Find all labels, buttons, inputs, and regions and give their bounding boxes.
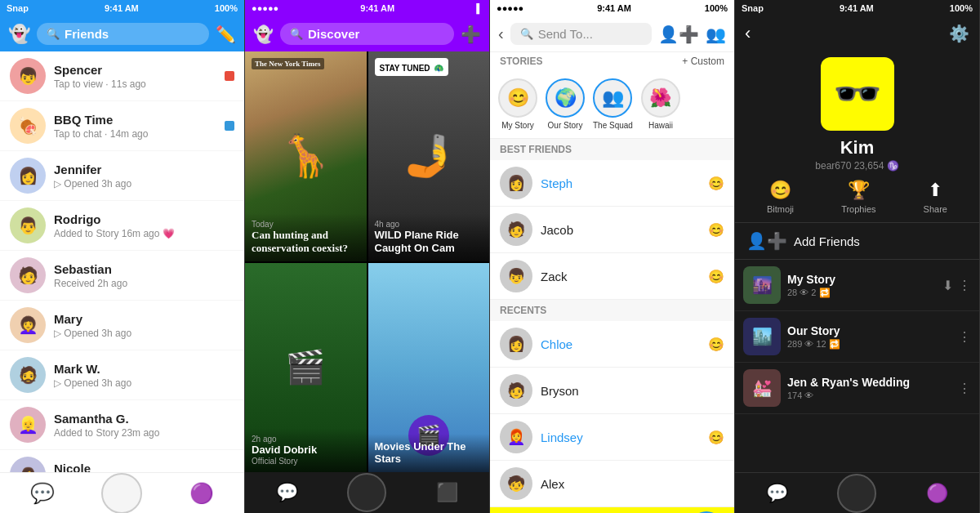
chat-icon[interactable]: 💬 [30,482,55,505]
status-time-4: 9:41 AM [840,3,874,13]
stories-icon[interactable]: 🟣 [189,482,214,505]
discover-search-bar[interactable]: 🔍 Discover [280,23,454,45]
hawaii-name: Hawaii [648,121,673,130]
more-icon-3[interactable]: ⋮ [958,381,971,396]
discover-card-nyt[interactable]: 🦒 Today Can hunting and conservation coe… [245,51,367,261]
friend-info: Jennifer ▷ Opened 3h ago [54,163,234,190]
story-the-squad[interactable]: 👥 The Squad [593,78,633,130]
more-icon[interactable]: ⋮ [958,278,971,293]
stories-row: 😊 My Story 🌍 Our Story 👥 The Squad 🌺 Haw… [490,70,734,139]
trophies-action[interactable]: 🏆 Trophies [841,180,875,214]
chloe-emoji: 😊 [708,337,724,352]
gear-icon[interactable]: ⚙️ [949,24,969,43]
status-bar-1: Snap 9:41 AM 100% [0,0,244,16]
best-friends-section-header: BEST FRIENDS [490,139,734,160]
chat-icon-4[interactable]: 💬 [766,483,788,504]
contact-jacob[interactable]: 🧑 Jacob 😊 [490,207,734,253]
contact-lindsey[interactable]: 👩‍🦰 Lindsey 😊 [490,414,734,461]
nbc-icon: 🦚 [434,64,443,73]
friends-header: 👻 🔍 Friends ✏️ [0,16,244,51]
status-battery-2: ▌ [476,3,483,13]
david-label: Official Story [252,457,360,466]
friend-info: Spencer Tap to view · 11s ago [54,63,216,90]
my-story-row[interactable]: 🌆 My Story 28 👁 2 🔁 ⬇ ⋮ [735,260,979,311]
wedding-meta: 174 👁 [787,390,951,400]
discover-card-map[interactable]: 🎬 Movies Under The Stars [368,263,490,473]
wedding-story-row[interactable]: 💒 Jen & Ryan's Wedding 174 👁 ⋮ [735,363,979,414]
squad-avatar: 👥 [593,78,632,118]
share-icon: ⬆ [928,180,942,201]
friend-item[interactable]: 🧑 Sebastian Received 2h ago [0,251,244,301]
back-icon[interactable]: ‹ [498,25,504,43]
status-network-1: Snap [7,3,29,13]
status-time-3: 9:41 AM [597,3,631,13]
friend-item[interactable]: 🍖 BBQ Time Tap to chat · 14m ago [0,101,244,151]
jacob-avatar: 🧑 [500,213,532,246]
friend-status: Tap to chat · 14m ago [54,128,216,140]
bottom-nav-2: 💬 ⬛ [245,472,489,513]
friends-search-bar[interactable]: 🔍 Friends [37,23,209,45]
send-to-search[interactable]: 🔍 Send To... [510,23,652,45]
contact-chloe[interactable]: 👩 Chloe 😊 [490,321,734,368]
friend-item[interactable]: 👩 Jennifer ▷ Opened 3h ago [0,151,244,201]
story-my-story[interactable]: 😊 My Story [498,78,537,130]
ghost-icon[interactable]: 👻 [253,25,274,44]
add-friends-button[interactable]: 👤➕ Add Friends [735,223,979,260]
contact-steph[interactable]: 👩 Steph 😊 [490,160,734,207]
avatar: 🍖 [10,108,46,144]
chat-icon-2[interactable]: 💬 [276,482,298,503]
more-icon-2[interactable]: ⋮ [958,329,971,345]
staytuned-title: WILD Plane Ride Caught On Cam [375,229,483,254]
add-friend-icon[interactable]: 👤➕ [658,25,699,44]
friend-item[interactable]: 👦 Spencer Tap to view · 11s ago [0,51,244,101]
back-icon-profile[interactable]: ‹ [745,23,751,44]
card-time-2: 4h ago [375,220,483,229]
download-icon[interactable]: ⬇ [942,278,953,293]
friend-info: Mary ▷ Opened 3h ago [54,312,234,339]
lindsey-emoji: 😊 [708,430,724,445]
discover-card-david[interactable]: 🎬 2h ago David Dobrik Official Story [245,263,367,473]
add-group-icon[interactable]: 👥 [706,25,726,44]
story-our-story[interactable]: 🌍 Our Story [546,78,585,130]
camera-shutter[interactable] [101,473,142,514]
discover-card-staytuned[interactable]: 🤳 STAY TUNED 🦚 4h ago WILD Plane Ride Ca… [368,51,490,261]
share-action[interactable]: ⬆ Share [924,180,947,214]
friend-item[interactable]: 🙍‍♀️ Nicole 1h · [0,450,244,472]
stories-icon-4[interactable]: 🟣 [926,483,948,504]
friend-name: Mark W. [54,362,234,376]
profile-name: Kim [735,137,979,158]
friend-item[interactable]: 👨 Rodrigo Added to Story 16m ago 💗 [0,201,244,251]
wedding-info: Jen & Ryan's Wedding 174 👁 [787,376,951,400]
my-story-name: My Story [501,121,533,130]
search-icon: 🔍 [47,28,60,40]
friend-name: Samantha G. [54,412,234,426]
bottom-nav-4: 💬 🟣 [735,472,979,513]
compose-icon[interactable]: ✏️ [216,25,236,44]
avatar-icon[interactable]: 👻 [8,24,30,45]
avatar: 🧔 [10,357,46,393]
avatar: 👩‍🦱 [10,307,46,343]
camera-shutter-4[interactable] [837,474,876,513]
best-friends-list: 👩 Steph 😊 🧑 Jacob 😊 👦 Zack 😊 [490,160,734,300]
recents-section-header: RECENTS [490,300,734,321]
send-bottom-bar: Steph, Chloe, Lindsey, Our Story, The Sq… [490,507,734,513]
story-hawaii[interactable]: 🌺 Hawaii [641,78,680,130]
status-bar-4: Snap 9:41 AM 100% [735,0,979,16]
contact-alex[interactable]: 🧒 Alex [490,461,734,507]
status-battery-4: 100% [950,3,973,13]
stories-icon-2[interactable]: ⬛ [436,482,458,503]
bitmoji-icon: 😊 [769,180,791,201]
contact-bryson[interactable]: 🧑 Bryson [490,368,734,414]
our-story-row[interactable]: 🏙️ Our Story 289 👁 12 🔁 ⋮ [735,311,979,363]
friend-item[interactable]: 🧔 Mark W. ▷ Opened 3h ago [0,350,244,400]
camera-shutter-2[interactable] [347,473,386,512]
friend-item[interactable]: 👩‍🦱 Mary ▷ Opened 3h ago [0,301,244,350]
squad-name: The Squad [593,121,633,130]
bryson-avatar: 🧑 [500,374,532,407]
friend-item[interactable]: 👱‍♀️ Samantha G. Added to Story 23m ago [0,400,244,450]
contact-zack[interactable]: 👦 Zack 😊 [490,253,734,300]
add-discover-icon[interactable]: ➕ [461,25,481,44]
bitmoji-action[interactable]: 😊 Bitmoji [767,180,794,214]
friend-info: BBQ Time Tap to chat · 14m ago [54,113,216,140]
custom-action[interactable]: + Custom [682,56,724,67]
